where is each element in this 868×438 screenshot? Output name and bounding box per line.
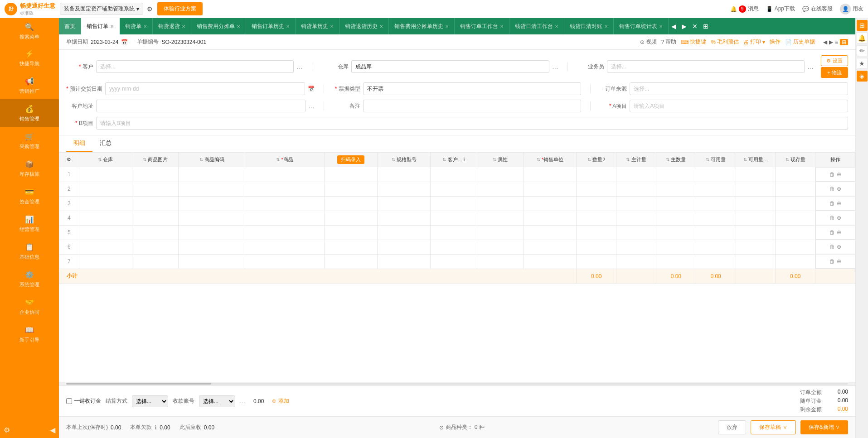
tab-expense-history[interactable]: 销售费用分摊单历史 ✕ (389, 18, 455, 34)
copy-row-icon[interactable]: ⊕ (837, 244, 841, 250)
add-payment-link[interactable]: ⊕ 添加 (272, 397, 289, 405)
row-1-goods[interactable] (245, 167, 325, 182)
sidebar-search[interactable]: 🔍 搜索菜单 (0, 18, 59, 44)
system-name[interactable]: 装备及固定资产辅助管理系统 ▾ (60, 3, 143, 15)
tab-close-icon[interactable]: ✕ (379, 24, 383, 29)
list-view-icon[interactable]: ≡ (835, 39, 838, 45)
sidebar-item-sales[interactable]: 💰 销售管理 (0, 99, 59, 127)
tab-close-icon[interactable]: ✕ (182, 24, 185, 29)
customer-input[interactable] (96, 60, 294, 73)
tab-sales-return[interactable]: 销货退货 ✕ (153, 18, 191, 34)
grid-view-icon[interactable]: ⊞ (840, 39, 848, 45)
help-btn[interactable]: ? 帮助 (661, 38, 677, 46)
tab-close-icon[interactable]: ✕ (330, 24, 334, 29)
row-1-code[interactable] (179, 167, 245, 182)
copy-row-icon[interactable]: ⊕ (837, 171, 841, 178)
tab-daily-reconcile[interactable]: 钱货日清对账 ✕ (564, 18, 614, 34)
col-goods[interactable]: ⇅ *商品 (245, 153, 325, 167)
row-1-main-qty[interactable] (656, 167, 696, 182)
row-1-customer-code[interactable] (431, 167, 477, 182)
delete-row-icon[interactable]: 🗑 (829, 200, 835, 207)
row-1-qty2[interactable] (577, 167, 616, 182)
settings-gear-icon[interactable]: ⚙ (147, 5, 153, 13)
scan-input-button[interactable]: 扫码录入 (337, 155, 364, 164)
tab-next-btn[interactable]: ▶ (679, 18, 689, 34)
sidebar-settings-icon[interactable]: ⚙ (4, 426, 10, 434)
delete-row-icon[interactable]: 🗑 (829, 244, 835, 250)
sidebar-item-system[interactable]: ⚙️ 系统管理 (0, 265, 59, 293)
right-icon-star[interactable]: ★ (857, 58, 868, 69)
col-customer-code[interactable]: ⇅ 客户... ℹ (431, 153, 477, 167)
nav-next-icon[interactable]: ▶ (829, 39, 833, 45)
tab-close-icon[interactable]: ✕ (555, 24, 558, 29)
remark-input[interactable] (363, 100, 582, 112)
nav-prev-icon[interactable]: ◀ (823, 39, 827, 45)
save-draft-button[interactable]: 保存草稿 ∨ (751, 420, 795, 434)
tab-detail[interactable]: 明细 (66, 135, 92, 152)
staff-more-icon[interactable]: … (807, 63, 814, 70)
sidebar-item-cooperation[interactable]: 🤝 企业协同 (0, 293, 59, 320)
b-project-input[interactable] (96, 117, 848, 130)
tab-sales-expense[interactable]: 销售费用分摊单 ✕ (191, 18, 246, 34)
row-1-main-unit[interactable] (616, 167, 656, 182)
shortcut-btn[interactable]: ⌨ 快捷键 (681, 38, 706, 46)
tab-close-icon[interactable]: ✕ (500, 24, 504, 29)
tab-sales-bill[interactable]: 销货单 ✕ (120, 18, 153, 34)
tab-return-history[interactable]: 销货退货历史 ✕ (339, 18, 389, 34)
horizontal-scrollbar[interactable] (59, 382, 855, 385)
sidebar-item-marketing[interactable]: 📢 营销推广 (0, 72, 59, 99)
tab-sales-bill-history[interactable]: 销货单历史 ✕ (296, 18, 339, 34)
debt-info-icon[interactable]: ℹ (155, 424, 157, 431)
row-1-available2[interactable] (736, 167, 776, 182)
tab-close-icon[interactable]: ✕ (659, 24, 663, 29)
col-stock[interactable]: ⇅ 现存量 (776, 153, 815, 167)
row-1-spec[interactable] (378, 167, 431, 182)
operation-btn[interactable]: 操作 (770, 38, 781, 46)
right-icon-edit[interactable]: ✏ (857, 45, 868, 56)
col-code[interactable]: ⇅ 商品编码 (179, 153, 245, 167)
delete-row-icon[interactable]: 🗑 (829, 186, 835, 192)
sidebar-item-guide[interactable]: 📖 新手引导 (0, 320, 59, 348)
tab-close-icon[interactable]: ✕ (604, 24, 608, 29)
customer-more-icon[interactable]: … (296, 63, 303, 70)
warehouse-more-icon[interactable]: … (552, 63, 558, 70)
tab-close-icon[interactable]: ✕ (445, 24, 449, 29)
tab-prev-btn[interactable]: ◀ (669, 18, 679, 34)
tab-sales-order[interactable]: 销售订单 ✕ (81, 18, 120, 34)
app-download-item[interactable]: 📱 App下载 (766, 5, 795, 13)
sidebar-item-basic-info[interactable]: 📋 基础信息 (0, 237, 59, 265)
col-qty2[interactable]: ⇅ 数量2 (577, 153, 616, 167)
col-warehouse[interactable]: ⇅ 仓库 (79, 153, 132, 167)
delete-row-icon[interactable]: 🗑 (829, 215, 835, 221)
row-1-attribute[interactable] (477, 167, 523, 182)
col-attribute[interactable]: ⇅ 属性 (477, 153, 523, 167)
sidebar-item-finance[interactable]: 💳 资金管理 (0, 182, 59, 210)
tab-order-workbench[interactable]: 销售订单工作台 ✕ (455, 18, 509, 34)
sidebar-item-operation[interactable]: 📊 经营管理 (0, 210, 59, 237)
warehouse-input[interactable] (351, 60, 549, 73)
notification-item[interactable]: 🔔 9 消息 (730, 5, 759, 13)
payment-method-select[interactable]: 选择... (132, 395, 168, 407)
tab-close-icon[interactable]: ✕ (237, 24, 240, 29)
sidebar-item-quick-nav[interactable]: ⚡ 快捷导航 (0, 44, 59, 72)
order-source-input[interactable] (630, 82, 848, 95)
account-select[interactable]: 选择... (199, 395, 235, 407)
staff-input[interactable] (607, 60, 805, 73)
copy-row-icon[interactable]: ⊕ (837, 258, 841, 265)
one-click-deposit-checkbox[interactable] (66, 398, 72, 404)
calendar-icon[interactable]: 📅 (121, 39, 128, 45)
col-settings[interactable]: ⚙ (59, 153, 79, 167)
col-scan[interactable]: 扫码录入 (325, 153, 378, 167)
address-more-icon[interactable]: … (308, 102, 315, 110)
online-service-item[interactable]: 💬 在线客服 (802, 5, 833, 13)
right-icon-config[interactable]: ⊞ (857, 20, 868, 31)
col-spec[interactable]: ⇅ 规格型号 (378, 153, 431, 167)
col-main-qty[interactable]: ⇅ 主数量 (656, 153, 696, 167)
sidebar-item-inventory[interactable]: 📦 库存核算 (0, 154, 59, 182)
settings-button[interactable]: ⚙ 设置 (821, 55, 848, 66)
row-1-available[interactable] (696, 167, 736, 182)
delete-row-icon[interactable]: 🗑 (829, 229, 835, 236)
col-image[interactable]: ⇅ 商品图片 (132, 153, 178, 167)
tab-daily-clear[interactable]: 钱货日清工作台 ✕ (509, 18, 564, 34)
address-input[interactable] (96, 100, 305, 112)
